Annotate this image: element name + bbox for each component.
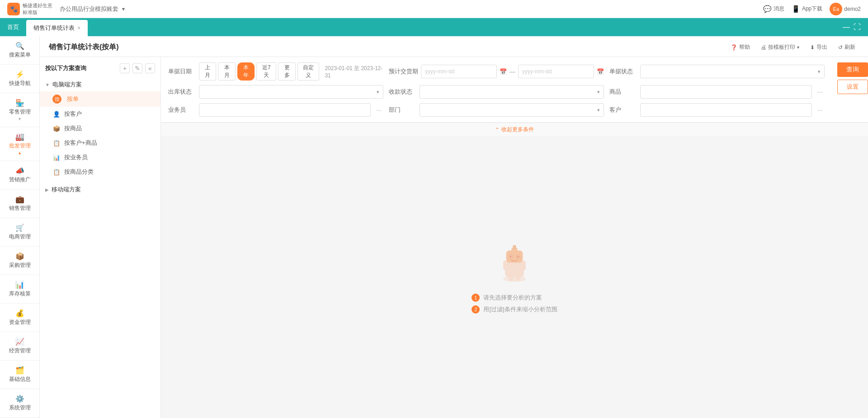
mobile-section-label: 移动端方案 [52, 185, 81, 194]
scheme-collapse-btn[interactable]: « [145, 63, 155, 73]
filter-main: 单据日期 上月 本月 本年 近7天 更多 自定义 2023-01-01 至 20… [161, 57, 832, 122]
refresh-icon: ↺ [838, 44, 843, 51]
goods-input[interactable] [640, 85, 812, 99]
pc-arrow-icon: ▼ [45, 82, 50, 87]
top-bar-left: 🐾 畅捷通好生意 标准版 办公用品行业模拟账套 ▾ [7, 2, 125, 15]
order-status-arrow-icon: ▾ [818, 69, 821, 75]
marketing-icon: 📣 [15, 166, 24, 175]
receipt-select[interactable]: ▾ [420, 85, 604, 99]
sidebar-item-retail[interactable]: 🏪 零售管理 ▼ [0, 93, 39, 127]
filter-wrapper: 按以下方案查询 + ✎ « ▼ 电脑端方案 按 按单 [40, 57, 868, 418]
export-btn[interactable]: ⬇ 导出 [807, 42, 831, 53]
tab-home[interactable]: 首页 [0, 18, 26, 36]
customer-goods-scheme-icon: 📋 [52, 139, 61, 147]
scheme-item-by-customer-goods[interactable]: 📋 按客户+商品 [40, 136, 160, 150]
scheme-item-by-order[interactable]: 按 按单 [40, 91, 160, 107]
dept-select[interactable]: ▾ [420, 103, 604, 117]
scheme-mobile-header[interactable]: ▶ 移动端方案 [40, 183, 160, 196]
svg-rect-6 [506, 250, 523, 262]
settings-button[interactable]: 设置 [837, 80, 868, 94]
expected-date-start-input[interactable]: yyyy-mm-dd [421, 65, 497, 78]
print-btn[interactable]: 🖨 按模板打印 ▾ [757, 42, 803, 53]
goods-more-icon[interactable]: ··· [816, 88, 825, 95]
sidebar-item-system[interactable]: ⚙️ 系统管理 [0, 389, 39, 418]
sidebar-item-marketing[interactable]: 📣 营销推广 [0, 161, 39, 190]
date-btn-more[interactable]: 更多 [278, 62, 295, 81]
ecommerce-icon: 🛒 [15, 223, 24, 232]
svg-rect-4 [509, 275, 513, 281]
sidebar-item-operations[interactable]: 📈 经营管理 [0, 332, 39, 361]
refresh-btn[interactable]: ↺ 刷新 [835, 42, 859, 53]
sidebar-item-finance[interactable]: 💰 资金管理 [0, 304, 39, 332]
scheme-item-by-goods[interactable]: 📦 按商品 [40, 121, 160, 136]
receipt-arrow-icon: ▾ [597, 89, 600, 95]
expected-date-label: 预计交货期 [389, 67, 418, 76]
sidebar-item-purchase[interactable]: 📦 采购管理 [0, 247, 39, 275]
operations-icon: 📈 [15, 337, 24, 346]
page-title: 销售订单统计表(按单) [49, 43, 119, 52]
help-btn[interactable]: ❓ 帮助 [727, 42, 754, 53]
logo-text: 畅捷通好生意 标准版 [23, 2, 52, 15]
app-icon: 📱 [792, 5, 800, 13]
message-btn[interactable]: 💬 消息 [763, 5, 784, 13]
scheme-panel: 按以下方案查询 + ✎ « ▼ 电脑端方案 按 按单 [40, 57, 161, 418]
date-btn-this-month[interactable]: 本月 [218, 62, 235, 81]
sidebar-item-wholesale[interactable]: 🏭 批发管理 ▲ [0, 127, 39, 161]
tab-sales-order[interactable]: 销售订单统计表 × [26, 20, 88, 36]
scheme-edit-btn[interactable]: ✎ [132, 63, 142, 73]
sidebar-item-inventory[interactable]: 📊 库存核算 [0, 275, 39, 304]
outbound-select[interactable]: ▾ [199, 85, 383, 99]
print-dropdown-icon: ▾ [797, 45, 799, 50]
scheme-item-by-customer[interactable]: 👤 按客户 [40, 107, 160, 121]
salesperson-more-icon[interactable]: ··· [374, 106, 383, 114]
logo-area: 🐾 畅捷通好生意 标准版 [7, 2, 52, 15]
sidebar-item-basic[interactable]: 🗂️ 基础信息 [0, 361, 39, 389]
wholesale-icon: 🏭 [15, 133, 24, 141]
sidebar-item-quicknav[interactable]: ⚡ 快捷导航 [0, 65, 39, 93]
expected-date-end-input[interactable]: yyyy-mm-dd [518, 65, 594, 78]
sidebar-item-sales[interactable]: 💼 销售管理 [0, 190, 39, 218]
purchase-icon: 📦 [15, 252, 24, 261]
right-actions: 查询 设置 [832, 57, 868, 122]
dept-label: 部门 [389, 106, 416, 114]
top-bar: 🐾 畅捷通好生意 标准版 办公用品行业模拟账套 ▾ 💬 消息 📱 App下载 E… [0, 0, 868, 18]
search-icon: 🔍 [15, 42, 24, 50]
svg-rect-2 [503, 261, 508, 270]
hint-num-2: 2 [472, 305, 480, 314]
svg-rect-5 [515, 275, 520, 281]
date-btn-7days[interactable]: 近7天 [256, 62, 276, 81]
scheme-item-by-salesperson[interactable]: 📊 按业务员 [40, 150, 160, 165]
scheme-add-btn[interactable]: + [120, 63, 130, 73]
basic-icon: 🗂️ [15, 366, 24, 375]
scheme-item-by-goods-category[interactable]: 📋 按商品分类 [40, 165, 160, 179]
dept-group: 部门 ▾ [389, 103, 604, 117]
svg-rect-3 [521, 261, 526, 270]
sidebar-item-ecommerce[interactable]: 🛒 电商管理 [0, 218, 39, 247]
query-button[interactable]: 查询 [837, 62, 868, 77]
empty-hints: 1 请先选择要分析的方案 2 用[过滤]条件来缩小分析范围 [472, 294, 557, 314]
goods-label: 商品 [609, 88, 637, 96]
collapse-more-btn[interactable]: ⌃ 收起更多条件 [161, 123, 868, 136]
sidebar-item-search[interactable]: 🔍 搜索菜单 [0, 36, 39, 65]
customer-more-icon[interactable]: ··· [816, 106, 825, 114]
customer-group: 客户 ··· [609, 103, 825, 117]
customer-input[interactable] [640, 103, 812, 117]
tab-maximize-btn[interactable]: ⛶ [854, 23, 861, 31]
scheme-mobile-section: ▶ 移动端方案 [40, 181, 160, 198]
customer-scheme-icon: 👤 [52, 110, 61, 118]
tab-close-icon[interactable]: × [77, 25, 80, 31]
order-status-select[interactable]: ▾ [640, 65, 825, 78]
date-btn-this-year[interactable]: 本年 [237, 62, 255, 81]
scheme-pc-section: ▼ 电脑端方案 按 按单 👤 按客户 📦 [40, 76, 160, 181]
outbound-arrow-icon: ▾ [377, 89, 379, 95]
breadcrumb-dropdown[interactable]: ▾ [122, 6, 125, 12]
user-menu[interactable]: Ea demo2 [830, 3, 861, 15]
logo-icon: 🐾 [7, 3, 20, 15]
date-btn-last-month[interactable]: 上月 [199, 62, 216, 81]
data-area: 1 请先选择要分析的方案 2 用[过滤]条件来缩小分析范围 [161, 136, 868, 418]
app-download-btn[interactable]: 📱 App下载 [792, 5, 822, 13]
salesperson-input[interactable] [199, 103, 371, 117]
tab-minimize-btn[interactable]: — [843, 23, 850, 31]
date-btn-custom[interactable]: 自定义 [297, 62, 320, 81]
scheme-pc-header[interactable]: ▼ 电脑端方案 [40, 78, 160, 91]
